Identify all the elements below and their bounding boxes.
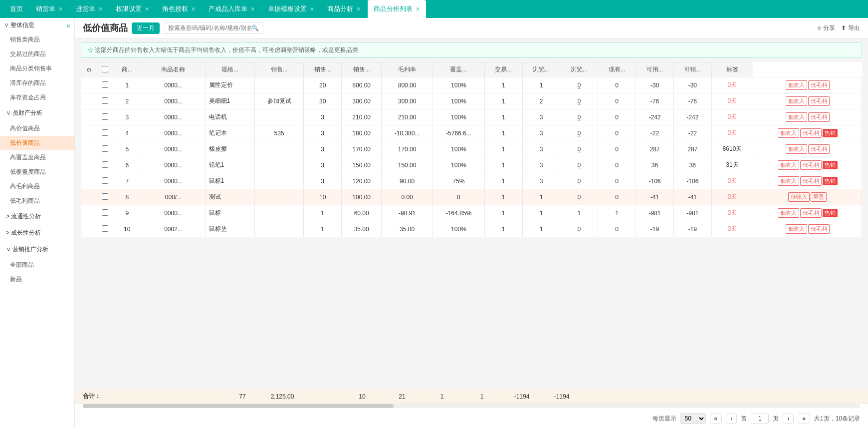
row-checkbox[interactable] bbox=[102, 177, 108, 184]
row-view1[interactable]: 0 bbox=[578, 146, 581, 153]
row-checkbox[interactable] bbox=[102, 209, 108, 216]
sidebar-group-title-overall[interactable]: ∨ 整体信息 bbox=[4, 21, 34, 29]
row-checkbox[interactable] bbox=[102, 225, 108, 232]
notice-bar: ☆ 这部分商品的销售收入大幅低于商品平均销售收入，价值不高，可考虑调整营销策略，… bbox=[81, 42, 862, 58]
search-input[interactable] bbox=[168, 24, 251, 31]
col-available[interactable]: 可用... bbox=[636, 62, 674, 77]
col-settings[interactable]: ⚙ bbox=[81, 62, 97, 77]
sidebar-item-sales-goods[interactable]: 销售类商品 bbox=[0, 32, 74, 47]
sidebar-item-overstock[interactable]: 滞库存的商品 bbox=[0, 76, 74, 90]
tag-badge: 热销 bbox=[823, 209, 838, 217]
col-sales1[interactable]: 销售... bbox=[254, 62, 303, 77]
row-checkbox[interactable] bbox=[102, 193, 108, 200]
row-view1[interactable]: 0 bbox=[578, 98, 581, 105]
row-settings bbox=[81, 93, 97, 109]
row-view2: 0 bbox=[598, 141, 636, 157]
row-view1[interactable]: 0 bbox=[578, 162, 581, 169]
search-icon[interactable]: 🔍 bbox=[251, 24, 259, 31]
sidebar-item-all-goods[interactable]: 全部商品 bbox=[0, 258, 74, 272]
row-view1[interactable]: 1 bbox=[578, 210, 581, 217]
row-view1[interactable]: 0 bbox=[578, 114, 581, 121]
col-code[interactable]: 商... bbox=[113, 62, 141, 77]
row-transaction: 1 bbox=[522, 205, 560, 221]
row-view1[interactable]: 0 bbox=[578, 178, 581, 185]
row-view1[interactable]: 0 bbox=[578, 194, 581, 201]
row-view2: 0 bbox=[598, 109, 636, 125]
sidebar-item-low-value[interactable]: 低价值商品 bbox=[0, 136, 74, 150]
nav-goods-analysis[interactable]: 商品分析 ✕ bbox=[321, 0, 367, 18]
col-saleable[interactable]: 可销... bbox=[673, 62, 711, 77]
sidebar-collapse-btn[interactable]: « bbox=[66, 21, 70, 29]
row-checkbox[interactable] bbox=[102, 97, 108, 104]
sidebar-item-new-goods[interactable]: 新品 bbox=[0, 272, 74, 287]
col-view2[interactable]: 浏览... bbox=[560, 62, 598, 77]
scrollbar-track[interactable] bbox=[83, 404, 860, 408]
row-checkbox[interactable] bbox=[102, 145, 108, 152]
sidebar-group-title-flow[interactable]: > 流通性分析 bbox=[0, 208, 74, 225]
row-checkbox[interactable] bbox=[102, 161, 108, 168]
sidebar-item-inventory-capital[interactable]: 库存资金占用 bbox=[0, 90, 74, 105]
row-checkbox[interactable] bbox=[102, 81, 108, 88]
close-icon[interactable]: ✕ bbox=[356, 6, 361, 12]
col-coverage[interactable]: 覆盖... bbox=[433, 62, 484, 77]
sidebar-group-title-financial[interactable]: ∨ 员财产分析 bbox=[0, 105, 74, 121]
row-tags-cell: 低收入低毛利 bbox=[753, 109, 862, 125]
sidebar-item-low-coverage[interactable]: 低覆盖度商品 bbox=[0, 165, 74, 179]
col-name[interactable]: 商品名称 bbox=[141, 62, 206, 77]
scrollbar-thumb[interactable] bbox=[83, 404, 394, 408]
filter-button[interactable]: 近一月 bbox=[132, 22, 160, 34]
row-name: 鼠标1 bbox=[206, 173, 254, 189]
col-spec[interactable]: 规格... bbox=[206, 62, 254, 77]
nav-permission[interactable]: 权限设置 ✕ bbox=[110, 0, 155, 18]
col-tags[interactable]: 标签 bbox=[711, 62, 753, 77]
col-view1[interactable]: 浏览... bbox=[522, 62, 560, 77]
close-icon[interactable]: ✕ bbox=[145, 6, 149, 12]
close-icon[interactable]: ✕ bbox=[98, 6, 103, 12]
row-settings bbox=[81, 109, 97, 125]
sidebar-item-high-value[interactable]: 高价值商品 bbox=[0, 121, 74, 136]
export-button[interactable]: ⬆ 导出 bbox=[841, 24, 860, 32]
sidebar-group-title-growth[interactable]: > 成长性分析 bbox=[0, 225, 74, 241]
row-view1[interactable]: 0 bbox=[578, 82, 581, 89]
row-current-stock: -242 bbox=[636, 109, 674, 125]
col-sales3[interactable]: 销售... bbox=[342, 62, 382, 77]
close-icon[interactable]: ✕ bbox=[191, 6, 196, 12]
page-input[interactable] bbox=[751, 414, 769, 424]
col-current-stock[interactable]: 现有... bbox=[598, 62, 636, 77]
table-row: 10000...属性定价20800.00800.00100%1100-30-30… bbox=[81, 77, 862, 93]
sidebar-item-traded-goods[interactable]: 交易过的商品 bbox=[0, 47, 74, 61]
close-icon[interactable]: ✕ bbox=[310, 6, 314, 12]
nav-goods-analysis-list[interactable]: 商品分析列表 ✕ bbox=[368, 0, 426, 18]
row-transaction: 3 bbox=[522, 157, 560, 173]
sidebar-item-high-coverage[interactable]: 高覆盖度商品 bbox=[0, 150, 74, 165]
col-checkbox[interactable] bbox=[97, 62, 113, 77]
sidebar-item-high-margin[interactable]: 高毛利商品 bbox=[0, 179, 74, 194]
close-icon[interactable]: ✕ bbox=[58, 6, 63, 12]
close-icon[interactable]: ✕ bbox=[250, 6, 255, 12]
row-view1[interactable]: 0 bbox=[578, 226, 581, 233]
next-page-btn[interactable]: › bbox=[783, 414, 794, 424]
last-page-btn[interactable]: » bbox=[798, 414, 810, 424]
row-checkbox[interactable] bbox=[102, 129, 108, 136]
nav-home[interactable]: 首页 bbox=[4, 0, 29, 18]
first-page-btn[interactable]: « bbox=[710, 414, 722, 424]
share-button[interactable]: ⎋ 分享 bbox=[818, 24, 835, 32]
row-checkbox[interactable] bbox=[102, 113, 108, 120]
close-icon[interactable]: ✕ bbox=[416, 6, 420, 12]
col-sales2[interactable]: 销售... bbox=[304, 62, 342, 77]
row-view1[interactable]: 0 bbox=[578, 130, 581, 137]
nav-template[interactable]: 单据模板设置 ✕ bbox=[262, 0, 320, 18]
nav-sales[interactable]: 销货单 ✕ bbox=[30, 0, 69, 18]
nav-role[interactable]: 角色授权 ✕ bbox=[156, 0, 202, 18]
page-size-select[interactable]: 50 100 bbox=[680, 413, 706, 424]
col-margin[interactable]: 毛利率 bbox=[382, 62, 433, 77]
select-all-checkbox[interactable] bbox=[102, 66, 108, 72]
prev-page-btn[interactable]: ‹ bbox=[726, 414, 737, 424]
col-transaction[interactable]: 交易... bbox=[484, 62, 522, 77]
sidebar-item-category-sales-rate[interactable]: 商品分类销售率 bbox=[0, 61, 74, 76]
sidebar-group-title-marketing[interactable]: ∨ 营销推广分析 bbox=[0, 241, 74, 258]
tag-badge: 低收入 bbox=[786, 224, 807, 234]
nav-purchase[interactable]: 进货单 ✕ bbox=[70, 0, 109, 18]
nav-product-in[interactable]: 产成品入库单 ✕ bbox=[203, 0, 261, 18]
sidebar-item-low-margin[interactable]: 低毛利商品 bbox=[0, 194, 74, 208]
